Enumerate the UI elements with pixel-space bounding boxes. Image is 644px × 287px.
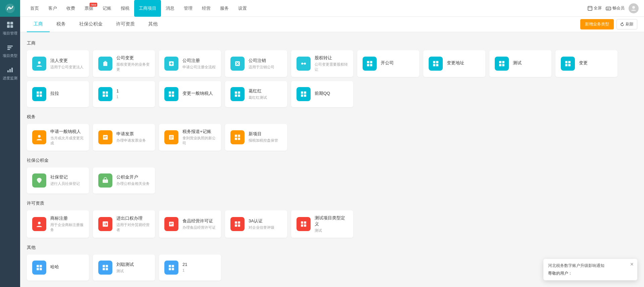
nav-service[interactable]: 服务 xyxy=(215,0,233,17)
card-biangeng2[interactable]: 变更 xyxy=(555,50,618,77)
card-gongsi-zhuce[interactable]: 公司注册 申请公司注册全流程 xyxy=(159,50,221,77)
section-title-shebao: 社保公积金 xyxy=(27,157,637,163)
page-wrapper: 工商 税务 社保公积金 许可资质 其他 新增业务类型 刷新 xyxy=(20,17,644,287)
nav-operate[interactable]: 经营 xyxy=(197,0,215,17)
svg-rect-34 xyxy=(565,61,568,63)
nav-manage[interactable]: 管理 xyxy=(179,0,197,17)
svg-rect-73 xyxy=(301,221,303,224)
card-info: 申请发票 办理申请发票业务 xyxy=(116,131,150,143)
card-info: 21 1 xyxy=(182,262,216,273)
card-gongsi-biangeng[interactable]: 公司变更 股权变更外的业务变更 xyxy=(93,50,155,77)
card-icon xyxy=(230,217,245,231)
card-info: 哈哈 xyxy=(50,264,84,271)
tab-qita[interactable]: 其他 xyxy=(142,17,164,32)
card-haha[interactable]: 哈哈 xyxy=(27,255,89,281)
tab-shebao[interactable]: 社保公积金 xyxy=(72,17,109,32)
card-shenqing-fapiao[interactable]: 申请发票 办理申请发票业务 xyxy=(93,124,155,151)
svg-rect-41 xyxy=(40,94,42,97)
card-ceshi[interactable]: 测试 xyxy=(489,50,551,77)
card-info: 股权转让 公司变更需要股权转让 xyxy=(315,55,348,72)
svg-rect-80 xyxy=(40,268,42,270)
refresh-button[interactable]: 刷新 xyxy=(616,19,637,29)
tab-gongshang[interactable]: 工商 xyxy=(27,17,50,32)
topnav-right-area: 全屏 畅会员 xyxy=(588,3,639,13)
card-icon xyxy=(297,217,311,231)
card-21[interactable]: 21 1 xyxy=(159,255,221,281)
card-info: 变更一般纳税人 xyxy=(182,90,216,97)
card-biangeng-dizhi[interactable]: 变更地址 xyxy=(423,50,485,77)
card-gehonghong[interactable]: 葛红红 葛红红测试 xyxy=(225,81,287,107)
svg-rect-26 xyxy=(433,61,435,63)
card-1[interactable]: 1 1 xyxy=(93,81,155,107)
card-jinchuchukou[interactable]: 进出口权办理 适用于对外贸易经营者 xyxy=(93,210,155,238)
svg-rect-44 xyxy=(103,94,105,97)
svg-rect-3 xyxy=(10,22,13,24)
svg-rect-42 xyxy=(103,91,105,94)
card-fazhen-biangeng[interactable]: 法人变更 适用于公司变更法人 xyxy=(27,50,89,77)
shuiwu-cards: 申请一般纳税人 当月或次月成变更完成 申请发票 办理申请发票业务 xyxy=(27,124,637,151)
card-guquan-zhuanrang[interactable]: 股权转让 公司变更需要股权转让 xyxy=(291,50,353,77)
card-shenqing-yiban[interactable]: 申请一般纳税人 当月或次月成变更完成 xyxy=(27,124,89,151)
card-gongjijin-kaihu[interactable]: 公积金开户 办理公积金相关业务 xyxy=(93,167,155,194)
svg-point-14 xyxy=(632,6,635,9)
nav-home[interactable]: 首页 xyxy=(25,0,44,17)
tab-shuiwu[interactable]: 税务 xyxy=(50,17,72,32)
svg-rect-75 xyxy=(301,224,303,227)
card-info: 新项目 报税加税控盘保管 xyxy=(249,131,282,143)
xuke-cards: 商标注册 用于企业商标注册服务 进出口权办理 适用于对外贸易经营者 xyxy=(27,210,637,238)
card-shebao-dengji[interactable]: 社保登记 进行人员社保登记 xyxy=(27,167,89,194)
card-shangbiao-zhuce[interactable]: 商标注册 用于企业商标注册服务 xyxy=(27,210,89,238)
svg-rect-7 xyxy=(7,47,11,48)
card-icon xyxy=(164,130,178,144)
nav-ticket[interactable]: 票据 new xyxy=(80,0,98,17)
card-info: 刘聪测试 测试 xyxy=(116,262,150,274)
svg-rect-32 xyxy=(499,64,501,66)
card-icon xyxy=(32,261,46,275)
card-info: 公积金开户 办理公积金相关业务 xyxy=(116,174,150,186)
notification-close-button[interactable]: ✕ xyxy=(630,262,634,267)
nav-fee[interactable]: 收费 xyxy=(62,0,80,17)
card-liucong-ceshi[interactable]: 刘聪测试 测试 xyxy=(93,255,155,281)
svg-rect-57 xyxy=(304,94,306,97)
card-info: 拉拉 xyxy=(50,90,84,97)
card-tax-bookkeeping[interactable]: 税务报道+记账 拿到营业执照的新公司 xyxy=(159,124,221,151)
notification-content: 尊敬的用户： xyxy=(548,271,633,276)
svg-rect-86 xyxy=(172,265,174,267)
card-info: 开公司 xyxy=(381,60,414,67)
svg-rect-36 xyxy=(565,64,568,66)
svg-rect-24 xyxy=(367,64,369,66)
card-gongsi-zhuxiao[interactable]: 公司注销 适用于注销公司 xyxy=(225,50,287,77)
gongshang-cards: 法人变更 适用于公司变更法人 公司变更 股权变更外的业务变更 xyxy=(27,50,637,107)
add-type-button[interactable]: 新增业务类型 xyxy=(580,19,614,29)
member-button[interactable]: 畅会员 xyxy=(606,5,625,11)
card-lala[interactable]: 拉拉 xyxy=(27,81,89,107)
card-qianqi-qq[interactable]: 前期QQ xyxy=(291,81,353,107)
card-kai-gongsi[interactable]: 开公司 xyxy=(357,50,419,77)
new-badge: new xyxy=(90,3,97,7)
nav-message[interactable]: 消息 xyxy=(161,0,179,17)
tab-xuke[interactable]: 许可资质 xyxy=(109,17,142,32)
sidebar-item-progress[interactable]: 进度监测 xyxy=(0,62,20,84)
svg-rect-54 xyxy=(301,91,303,94)
nav-settings[interactable]: 设置 xyxy=(233,0,252,17)
card-shipin-xuke[interactable]: 食品经营许可证 办理食品经营许可证 xyxy=(159,210,221,238)
svg-rect-85 xyxy=(169,265,171,267)
card-icon xyxy=(164,87,178,101)
svg-point-21 xyxy=(304,63,306,65)
chart-icon xyxy=(5,65,15,74)
card-new-project[interactable]: 新项目 报税加税控盘保管 xyxy=(225,124,287,151)
fullscreen-button[interactable]: 全屏 xyxy=(588,5,602,11)
svg-rect-49 xyxy=(172,94,174,97)
sidebar-item-project-manage[interactable]: 项目管理 xyxy=(0,17,20,39)
nav-tax[interactable]: 报税 xyxy=(116,0,134,17)
card-3a-renzheng[interactable]: 3A认证 对企业信誉评级 xyxy=(225,210,287,238)
nav-client[interactable]: 客户 xyxy=(44,0,62,17)
sidebar-item-project-type[interactable]: 项目类型 xyxy=(0,39,20,62)
card-icon xyxy=(230,57,245,71)
user-avatar[interactable] xyxy=(629,3,639,13)
nav-bookkeeping[interactable]: 记账 xyxy=(98,0,116,17)
svg-rect-83 xyxy=(103,268,105,270)
card-biangeng-yibannashuiren[interactable]: 变更一般纳税人 xyxy=(159,81,221,107)
card-ceshi-type[interactable]: 测试项目类型定义 测试 xyxy=(291,210,353,238)
nav-industrial[interactable]: 工商项目 xyxy=(134,0,161,17)
